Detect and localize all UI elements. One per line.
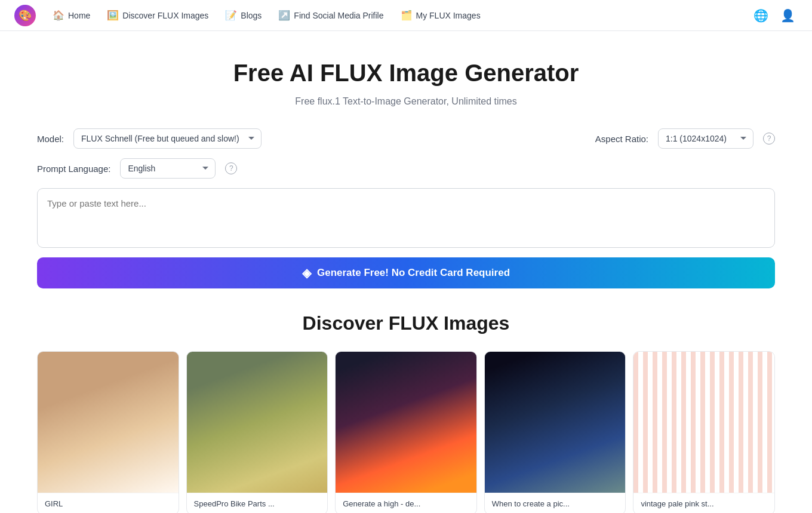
image-card-astronaut[interactable]: When to create a pic... — [484, 351, 626, 513]
image-thumbnail-astronaut — [485, 352, 626, 493]
aspect-help-icon[interactable]: ? — [763, 133, 775, 145]
aspect-label: Aspect Ratio: — [595, 134, 648, 144]
nav-icon-home: 🏠 — [53, 10, 64, 21]
prompt-textarea[interactable] — [37, 188, 775, 248]
nav-label-myflux: My FLUX Images — [416, 11, 481, 20]
hero-subtitle: Free flux.1 Text-to-Image Generator, Unl… — [37, 96, 775, 107]
image-label-astronaut: When to create a pic... — [485, 493, 626, 513]
image-label-girl: GIRL — [38, 493, 179, 513]
main-content: Free AI FLUX Image Generator Free flux.1… — [18, 31, 794, 513]
nav-label-social: Find Social Media Prifile — [294, 11, 383, 20]
nav-link-discover[interactable]: 🖼️ Discover FLUX Images — [100, 6, 216, 24]
nav-icon-myflux: 🗂️ — [401, 10, 413, 21]
model-select[interactable]: FLUX Schnell (Free but queued and slow!)… — [73, 128, 262, 149]
nav-label-home: Home — [68, 11, 90, 20]
prompt-language-label: Prompt Language: — [37, 164, 110, 174]
nav-label-blogs: Blogs — [241, 11, 262, 20]
generate-button[interactable]: ◈ Generate Free! No Credit Card Required — [37, 257, 775, 288]
image-thumbnail-woman_moto — [336, 352, 476, 493]
nav-links: 🏠 Home🖼️ Discover FLUX Images📝 Blogs↗️ F… — [45, 6, 746, 24]
image-label-woman_moto: Generate a high - de... — [336, 493, 476, 513]
language-select[interactable]: EnglishChineseJapaneseSpanish — [120, 158, 216, 179]
aspect-select[interactable]: 1:1 (1024x1024)16:9 (1024x576)9:16 (576x… — [658, 128, 753, 149]
discover-title: Discover FLUX Images — [37, 312, 775, 334]
nav-label-discover: Discover FLUX Images — [122, 11, 208, 20]
user-button[interactable]: 👤 — [778, 6, 798, 25]
image-card-girl[interactable]: GIRL — [37, 351, 179, 513]
image-grid: GIRLSpeedPro Bike Parts ...Generate a hi… — [37, 351, 775, 513]
image-label-bike: SpeedPro Bike Parts ... — [187, 493, 328, 513]
nav-actions: 🌐 👤 — [751, 6, 798, 25]
generate-button-label: Generate Free! No Credit Card Required — [317, 267, 510, 279]
nav-link-myflux[interactable]: 🗂️ My FLUX Images — [393, 6, 488, 24]
translate-button[interactable]: 🌐 — [751, 6, 771, 25]
image-thumbnail-stripes — [633, 352, 774, 493]
nav-link-home[interactable]: 🏠 Home — [45, 6, 97, 24]
nav-link-blogs[interactable]: 📝 Blogs — [218, 6, 269, 24]
generate-icon: ◈ — [302, 266, 311, 280]
image-card-woman_moto[interactable]: Generate a high - de... — [335, 351, 477, 513]
nav-icon-social: ↗️ — [278, 10, 290, 21]
hero-title: Free AI FLUX Image Generator — [37, 60, 775, 87]
nav-link-social[interactable]: ↗️ Find Social Media Prifile — [271, 6, 390, 24]
language-help-icon[interactable]: ? — [225, 162, 237, 174]
language-row: Prompt Language: EnglishChineseJapaneseS… — [37, 158, 775, 179]
nav-icon-discover: 🖼️ — [107, 10, 119, 21]
image-card-stripes[interactable]: vintage pale pink st... — [633, 351, 775, 513]
app-logo[interactable]: 🎨 — [14, 5, 36, 26]
model-row: Model: FLUX Schnell (Free but queued and… — [37, 128, 775, 149]
nav-icon-blogs: 📝 — [225, 10, 237, 21]
navbar: 🎨 🏠 Home🖼️ Discover FLUX Images📝 Blogs↗️… — [0, 0, 812, 31]
image-label-stripes: vintage pale pink st... — [633, 493, 774, 513]
image-thumbnail-girl — [38, 352, 179, 493]
logo-icon: 🎨 — [19, 9, 32, 22]
image-card-bike[interactable]: SpeedPro Bike Parts ... — [186, 351, 328, 513]
image-thumbnail-bike — [187, 352, 328, 493]
model-label: Model: — [37, 134, 64, 144]
